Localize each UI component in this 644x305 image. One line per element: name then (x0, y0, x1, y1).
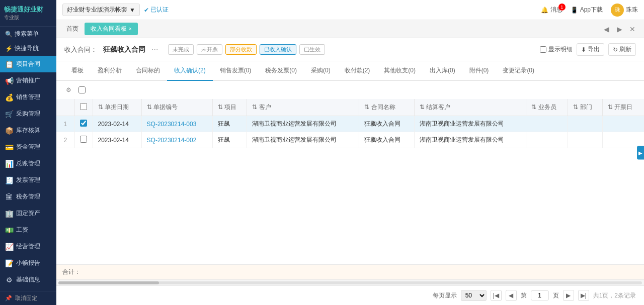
row-bill-no[interactable]: SQ-20230214-002 (141, 132, 212, 148)
export-button[interactable]: ⬇ 导出 (577, 43, 604, 56)
status-partial-btn[interactable]: 部分收款 (225, 44, 257, 55)
show-detail-checkbox[interactable]: 显示明细 (540, 45, 573, 54)
col-date[interactable]: ⇅ 单据日期 (93, 99, 141, 116)
status-incomplete-btn[interactable]: 未完成 (168, 44, 194, 55)
subtab-tax-invoice[interactable]: 税务发票(0) (258, 61, 304, 81)
horizontal-scrollbar[interactable] (56, 279, 644, 285)
sidebar-item-management[interactable]: 📈 经营管理 (0, 238, 56, 255)
page-label-pre: 第 (521, 291, 527, 300)
row-checkbox-cell[interactable] (74, 116, 93, 132)
table-row[interactable]: 1 2023-02-14 SQ-20230214-003 狂飙 湖南卫视商业运营… (56, 116, 644, 132)
detail-checkbox-input[interactable] (540, 46, 546, 53)
row-checkbox-cell[interactable] (74, 132, 93, 148)
col-department[interactable]: ⇅ 部门 (568, 99, 603, 116)
last-page-button[interactable]: ▶| (578, 290, 589, 301)
sidebar-unpin[interactable]: 📌 取消固定 (0, 291, 56, 305)
status-confirmed-btn[interactable]: 已收入确认 (260, 44, 296, 55)
subtab-kanban[interactable]: 看板 (64, 61, 91, 81)
check-icon: ✔ (144, 7, 149, 14)
next-page-button[interactable]: ▶ (563, 290, 574, 301)
subtab-sales-invoice[interactable]: 销售发票(0) (213, 61, 259, 81)
subtab-bar: 看板 盈利分析 合同标的 收入确认(2) 销售发票(0) 税务发票(0) 采购(… (56, 61, 644, 81)
sidebar-item-purchase[interactable]: 🛒 采购管理 (0, 106, 56, 122)
refresh-button[interactable]: ↻ 刷新 (608, 43, 636, 56)
tab-home[interactable]: 首页 (62, 23, 83, 35)
sidebar-item-fixed-assets[interactable]: 🏢 固定资产 (0, 205, 56, 222)
bill-no-link[interactable]: SQ-20230214-002 (147, 137, 197, 144)
col-project[interactable]: ⇅ 项目 (212, 99, 247, 116)
scrollbar-thumb[interactable] (58, 281, 159, 284)
sidebar-item-inventory[interactable]: 📦 库存核算 (0, 122, 56, 139)
current-page-input[interactable] (531, 290, 549, 300)
subtab-subject[interactable]: 合同标的 (129, 61, 167, 81)
sidebar-item-base-info[interactable]: ⚙ 基础信息 (0, 271, 56, 288)
sidebar-item-label: 经营管理 (16, 242, 40, 251)
sidebar-item-marketing[interactable]: 📢 营销推广 (0, 72, 56, 89)
col-settlement-customer[interactable]: ⇅ 结算客户 (414, 99, 526, 116)
sidebar-item-sales[interactable]: 💰 销售管理 (0, 89, 56, 106)
sidebar-item-label: 小畅报告 (16, 259, 40, 267)
tab-nav-next[interactable]: ▶ (614, 24, 625, 35)
sidebar-item-payroll[interactable]: 💵 工资 (0, 222, 56, 238)
right-edge-action[interactable]: ▶ (637, 146, 644, 159)
col-salesman[interactable]: ⇅ 业务员 (526, 99, 568, 116)
status-effective-btn[interactable]: 已生效 (299, 44, 325, 55)
app-download-button[interactable]: 📱 App下载 (571, 6, 603, 14)
row-checkbox[interactable] (80, 120, 87, 127)
sidebar-search[interactable]: 🔍 搜索菜单 (0, 27, 56, 41)
tab-close-button[interactable]: × (129, 26, 132, 32)
sort-icon: ⇅ (608, 104, 613, 111)
subtab-changes[interactable]: 变更记录(0) (496, 61, 541, 81)
user-name: 珠珠 (626, 6, 638, 14)
row-num: 1 (56, 116, 74, 132)
col-invoice-date[interactable]: ⇅ 开票日 (603, 99, 644, 116)
company-selector[interactable]: 好业财专业版演示帐套 ▼ (62, 4, 140, 16)
table-settings-icon[interactable]: ⚙ (62, 84, 74, 96)
select-all-checkbox[interactable] (78, 86, 86, 93)
per-page-select[interactable]: 20 50 100 (461, 290, 487, 301)
table-area: ⚙ ⇅ 单据日期 ⇅ 单据编号 ⇅ 项目 ⇅ 客户 ⇅ 合同名称 (56, 81, 644, 305)
bill-no-link[interactable]: SQ-20230214-003 (147, 121, 197, 128)
base-info-icon: ⚙ (5, 276, 13, 284)
col-checkbox (74, 99, 93, 116)
col-bill-no[interactable]: ⇅ 单据编号 (141, 99, 212, 116)
sidebar-item-report[interactable]: 📝 小畅报告 (0, 255, 56, 271)
first-page-button[interactable]: |◀ (491, 290, 502, 301)
sort-icon: ⇅ (98, 104, 103, 111)
per-page-label: 每页显示 (433, 291, 457, 300)
sort-icon: ⇅ (364, 104, 369, 111)
logo-sub: 专业版 (4, 14, 52, 21)
subtab-other[interactable]: 其他收支(0) (377, 61, 423, 81)
user-menu[interactable]: 珠 珠珠 (611, 4, 638, 17)
table-row[interactable]: 2 2023-02-14 SQ-20230214-002 狂飙 湖南卫视商业运营… (56, 132, 644, 148)
sidebar-item-tax[interactable]: 🏛 税务管理 (0, 188, 56, 205)
more-actions-button[interactable]: ··· (151, 45, 158, 54)
subtab-profit[interactable]: 盈利分析 (91, 61, 129, 81)
prev-page-button[interactable]: ◀ (506, 290, 517, 301)
sidebar-item-label: 销售管理 (16, 93, 40, 101)
scrollbar-track[interactable] (58, 281, 642, 284)
sidebar-item-ledger[interactable]: 📊 总账管理 (0, 155, 56, 172)
subtab-purchase[interactable]: 采购(0) (304, 61, 338, 81)
notification-button[interactable]: 🔔 1 消息 (541, 6, 562, 14)
tab-close-all[interactable]: ✕ (627, 24, 638, 35)
status-uninvoiced-btn[interactable]: 未开票 (197, 44, 222, 55)
row-customer: 湖南卫视商业运营发展有限公司 (247, 116, 359, 132)
sidebar-quick-nav[interactable]: ⚡ 快捷导航 (0, 41, 56, 56)
unpin-icon: 📌 (5, 295, 12, 301)
topbar-right: 🔔 1 消息 📱 App下载 珠 珠珠 (541, 4, 638, 17)
subtab-attachment[interactable]: 附件(0) (462, 61, 496, 81)
sidebar-item-finance[interactable]: 💳 资金管理 (0, 139, 56, 155)
row-checkbox[interactable] (80, 136, 87, 143)
header-checkbox[interactable] (80, 103, 87, 110)
subtab-revenue-confirm[interactable]: 收入确认(2) (167, 61, 213, 81)
subtab-inout[interactable]: 出入库(0) (423, 61, 462, 81)
col-customer[interactable]: ⇅ 客户 (247, 99, 359, 116)
row-bill-no[interactable]: SQ-20230214-003 (141, 116, 212, 132)
subtab-payment[interactable]: 收付款(2) (338, 61, 377, 81)
sidebar-item-project[interactable]: 📋 项目合同 (0, 56, 56, 72)
tab-nav-prev[interactable]: ◀ (601, 24, 612, 35)
tab-contract-board[interactable]: 收入合同看板 × (85, 23, 138, 35)
col-contract-name[interactable]: ⇅ 合同名称 (359, 99, 415, 116)
sidebar-item-invoice[interactable]: 🧾 发票管理 (0, 172, 56, 188)
